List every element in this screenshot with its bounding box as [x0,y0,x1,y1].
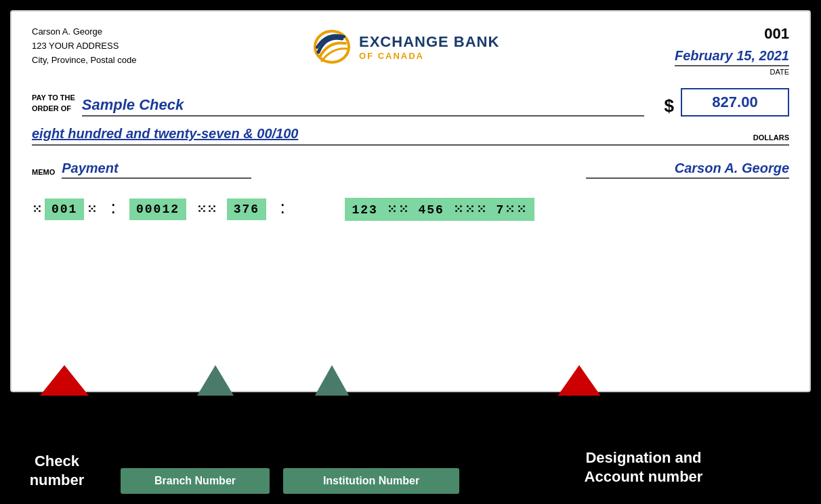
bank-name-line1: EXCHANGE BANK [359,33,499,51]
pay-to-label: PAY TO THE ORDER OF [32,93,75,114]
micr-section: ⁙ 001 ⁙ ⁚ 00012 ⁙⁙ 376 ⁚ 123 ⁙⁙ 456 ⁙⁙⁙ … [32,198,789,221]
memo-section: MEMO Payment Carson A. George [32,161,789,179]
bank-name-line2: OF CANADA [359,51,499,62]
designation-label: Designation and Account number [585,448,703,494]
bank-name: EXCHANGE BANK OF CANADA [359,33,499,62]
pay-to-section: PAY TO THE ORDER OF Sample Check $ 827.0… [32,88,789,117]
date-label: DATE [675,68,789,76]
institution-number-badge: Institution Number [283,468,459,494]
check-number: 001 [675,25,789,43]
bank-logo: EXCHANGE BANK OF CANADA [312,28,499,66]
branch-number-badge: Branch Number [121,468,270,494]
check-number-label-section: Check number [0,396,114,504]
amount-box: 827.00 [681,88,789,117]
micr-check-number: 001 [45,198,84,220]
memo-label: MEMO [32,168,55,176]
check-number-area: 001 February 15, 2021 DATE [675,25,789,76]
designation-label-section: Designation and Account number [466,396,821,504]
memo-value: Payment [62,161,251,179]
micr-transit-end: ⁙ [87,202,97,217]
date-area: February 15, 2021 DATE [675,48,789,76]
date-value: February 15, 2021 [675,48,789,66]
micr-branch: 00012 [129,198,186,220]
micr-institution: 376 [227,198,266,220]
address-line1: Carson A. George [32,25,136,39]
micr-transit-start: ⁙ [32,202,42,217]
written-amount: eight hundred and twenty-seven & 00/100 [32,126,298,142]
memo-left: MEMO Payment [32,161,251,179]
check-number-label: Check number [30,452,85,497]
check-document: Carson A. George 123 YOUR ADDRESS City, … [10,10,811,392]
signature-area: Carson A. George [586,161,789,179]
check-header: Carson A. George 123 YOUR ADDRESS City, … [32,25,789,76]
check-address: Carson A. George 123 YOUR ADDRESS City, … [32,25,136,67]
pay-to-name: Sample Check [82,96,644,117]
dollar-sign: $ [665,96,674,117]
dollars-label: DOLLARS [753,133,789,142]
bottom-labels: Check number Branch Number Institution N… [0,396,821,504]
micr-sep1: ⁚ [104,202,123,217]
micr-spacer2 [299,203,343,216]
micr-sep2: ⁚ [273,202,292,217]
institution-number-label-section: Institution Number [276,396,466,504]
micr-branch-sep: ⁙⁙ [189,202,224,217]
address-line2: 123 YOUR ADDRESS [32,39,136,54]
written-amount-section: eight hundred and twenty-seven & 00/100 … [32,126,789,146]
address-line3: City, Province, Postal code [32,54,136,68]
micr-account: 123 ⁙⁙ 456 ⁙⁙⁙ 7⁙⁙ [345,198,534,221]
bank-logo-icon [312,28,352,66]
branch-number-label-section: Branch Number [114,396,276,504]
